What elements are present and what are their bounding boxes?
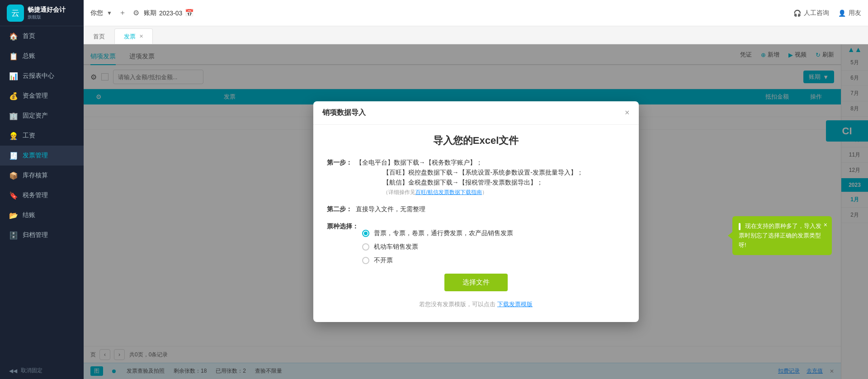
topbar-actions: ＋ ⚙ [119,8,139,18]
sidebar-item-label: 工资 [23,132,35,140]
download-template: 若您没有发票模版，可以点击 下载发票模版 [327,300,625,308]
topbar-right: 🎧 人工咨询 👤 用友 [793,9,861,17]
step1-line1: 【全电平台】数据下载→【税务数字账户】； [356,159,583,167]
download-hint: 若您没有发票模版，可以点击 [419,301,495,308]
tab-home[interactable]: 首页 [84,28,114,44]
sidebar-item-label: 首页 [23,32,35,40]
dialog-close-btn[interactable]: × [625,108,630,118]
ledger-icon: 📋 [9,52,18,61]
tooltip-bubble: 现在支持的票种多了，导入发票时别忘了选择正确的发票类型呀! × [732,216,832,255]
sidebar-bottom-label: 取消固定 [21,367,42,374]
import-dialog: 销项数据导入 × 导入您的Excel文件 第一步： 【全电平台】数据下载→【税务… [313,101,639,322]
consulting-button[interactable]: 🎧 人工咨询 [793,9,829,17]
period-value: 2023-03 [159,9,182,17]
main-content: 你您 ▼ ＋ ⚙ 账期 2023-03 📅 🎧 人工咨询 👤 用友 [84,0,868,379]
sidebar-item-cloud-report[interactable]: 📊 云报表中心 [0,66,84,86]
sidebar-item-archive[interactable]: 🗄️ 归档管理 [0,225,84,245]
ticket-type-section: 票种选择： 普票，专票，卷票，通行费发票，农产品销售发票 机动车销售发票 [327,223,625,265]
tooltip-arrow [728,232,732,239]
sidebar-item-label: 归档管理 [23,231,48,239]
radio-normal[interactable]: 普票，专票，卷票，通行费发票，农产品销售发票 [362,229,513,237]
sidebar-item-settle[interactable]: 📂 结账 [0,205,84,225]
calendar-icon: 📅 [185,9,194,17]
tabbar: 首页 发票 ✕ [84,26,868,44]
logo-icon: 云 [7,5,24,22]
radio-motor-btn[interactable] [362,243,369,251]
download-link[interactable]: 下载发票模版 [497,301,533,308]
tooltip-dot-icon [739,223,741,230]
sidebar-item-label: 资金管理 [23,92,48,100]
sidebar-item-fixed-assets[interactable]: 🏢 固定资产 [0,106,84,126]
sidebar-item-fund[interactable]: 💰 资金管理 [0,86,84,106]
settle-icon: 📂 [9,211,18,220]
tax-icon: 🔖 [9,191,18,200]
dialog-body: 导入您的Excel文件 第一步： 【全电平台】数据下载→【税务数字账户】； 【百… [313,125,639,322]
sidebar-item-invoice[interactable]: 🧾 发票管理 [0,146,84,166]
account-selector[interactable]: 你您 ▼ [90,9,112,17]
sidebar-item-label: 发票管理 [23,152,48,160]
sidebar-item-inventory[interactable]: 📦 库存核算 [0,166,84,185]
radio-no-invoice-btn[interactable] [362,257,369,264]
tab-invoice-close[interactable]: ✕ [139,33,143,39]
topbar: 你您 ▼ ＋ ⚙ 账期 2023-03 📅 🎧 人工咨询 👤 用友 [84,0,868,26]
radio-no-invoice-label: 不开票 [374,256,393,265]
sidebar-item-ledger[interactable]: 📋 总账 [0,46,84,66]
sidebar-item-label: 库存核算 [23,171,48,180]
step2-row: 第二步： 直接导入文件，无需整理 [327,205,625,213]
dialog-title: 销项数据导入 [322,108,366,118]
tab-invoice[interactable]: 发票 ✕ [114,28,153,44]
ticket-row: 票种选择： 普票，专票，卷票，通行费发票，农产品销售发票 机动车销售发票 [327,223,625,265]
cloud-report-icon: 📊 [9,71,18,81]
radio-motor-label: 机动车销售发票 [374,243,418,251]
headset-icon: 🎧 [793,9,801,17]
archive-icon: 🗄️ [9,231,18,240]
import-title: 导入您的Excel文件 [327,134,625,147]
step1-row: 第一步： 【全电平台】数据下载→【税务数字账户】； 【百旺】税控盘数据下载→【系… [327,159,625,196]
guide-link[interactable]: 百旺/航信发票数据下载指南 [415,189,482,195]
ticket-label: 票种选择： [327,223,359,231]
select-file-btn[interactable]: 选择文件 [444,274,508,291]
radio-motor[interactable]: 机动车销售发票 [362,243,513,251]
add-button[interactable]: ＋ [119,8,126,18]
home-icon: 🏠 [9,32,18,41]
step1-line2: 【百旺】税控盘数据下载→【系统设置-系统参数设置-发票批量导入】； [383,169,583,177]
tab-home-label: 首页 [93,33,105,41]
step1-note: （详细操作见 [383,189,415,195]
period-selector[interactable]: 账期 2023-03 📅 [144,9,194,17]
logo-sub: 旗舰版 [28,14,66,20]
sidebar-item-label: 总账 [23,52,35,60]
step2-label: 第二步： [327,205,352,213]
content-area: 销项发票 进项发票 凭证 ⊕ 新增 ▶ 视频 [84,44,868,379]
logo-text: 畅捷通好会计 [28,5,66,14]
step-2: 第二步： 直接导入文件，无需整理 [327,205,625,213]
payroll-icon: 👷 [9,131,18,140]
invoice-icon: 🧾 [9,151,18,160]
settings-button[interactable]: ⚙ [133,9,139,17]
tab-invoice-label: 发票 [124,33,136,41]
fund-icon: 💰 [9,91,18,100]
tooltip-text: 现在支持的票种多了，导入发票时别忘了选择正确的发票类型呀! [739,223,821,248]
step1-label: 第一步： [327,159,352,167]
radio-no-invoice[interactable]: 不开票 [362,256,513,265]
user-menu[interactable]: 👤 用友 [838,9,861,17]
sidebar-item-payroll[interactable]: 👷 工资 [0,126,84,146]
dialog-header: 销项数据导入 × [313,101,639,125]
step1-line3: 【航信】金税盘数据下载→【报税管理-发票数据导出】； [383,179,583,187]
step-1: 第一步： 【全电平台】数据下载→【税务数字账户】； 【百旺】税控盘数据下载→【系… [327,159,625,196]
sidebar-item-tax[interactable]: 🔖 税务管理 [0,185,84,205]
radio-normal-label: 普票，专票，卷票，通行费发票，农产品销售发票 [374,229,513,237]
sidebar-item-label: 结账 [23,211,35,219]
tooltip-close-btn[interactable]: × [824,220,827,230]
inventory-icon: 📦 [9,171,18,180]
account-name: 你您 [90,9,103,17]
step2-content: 直接导入文件，无需整理 [356,205,425,213]
sidebar-logo: 云 畅捷通好会计 旗舰版 [0,0,84,26]
unpin-icon: ◀◀ [9,368,17,374]
dialog-overlay: 销项数据导入 × 导入您的Excel文件 第一步： 【全电平台】数据下载→【税务… [84,44,868,379]
account-arrow-icon: ▼ [107,10,112,16]
radio-normal-btn[interactable] [362,230,369,237]
sidebar-nav: 🏠 首页 📋 总账 📊 云报表中心 💰 资金管理 🏢 固定资产 👷 工资 [0,26,84,362]
sidebar-item-label: 固定资产 [23,112,48,120]
sidebar-bottom[interactable]: ◀◀ 取消固定 [0,362,84,379]
sidebar-item-home[interactable]: 🏠 首页 [0,26,84,46]
